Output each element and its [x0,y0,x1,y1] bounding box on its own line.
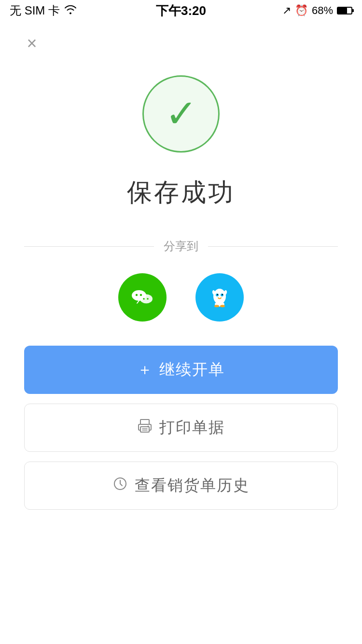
left-divider [24,246,154,247]
main-content: ✓ 保存成功 分享到 [0,56,362,644]
status-time: 下午3:20 [156,2,206,19]
svg-rect-17 [140,427,149,432]
history-label: 查看销货单历史 [135,475,250,496]
print-label: 打印单据 [159,417,225,438]
history-icon [112,476,128,495]
success-title: 保存成功 [127,176,235,210]
printer-icon [137,418,153,437]
share-section: 分享到 [24,238,338,322]
qq-icon [205,283,234,312]
svg-point-15 [220,305,225,308]
svg-point-5 [147,298,149,300]
close-btn-row: × [0,21,362,56]
success-circle: ✓ [142,75,220,153]
svg-point-2 [136,294,138,296]
status-left: 无 SIM 卡 [10,3,77,18]
right-divider [208,246,338,247]
checkmark-icon: ✓ [165,95,197,133]
wifi-icon [64,4,77,17]
continue-button[interactable]: ＋ 继续开单 [24,346,338,394]
svg-point-14 [214,305,219,308]
continue-label: 继续开单 [159,359,225,380]
svg-point-3 [140,294,142,296]
svg-point-4 [143,298,145,300]
svg-point-10 [217,294,218,295]
no-sim-label: 无 SIM 卡 [10,3,60,18]
share-label: 分享到 [164,238,198,254]
wechat-share-button[interactable] [118,273,167,322]
status-bar: 无 SIM 卡 下午3:20 ↗ ⏰ 68% [0,0,362,21]
alarm-icon: ⏰ [295,4,308,17]
close-icon: × [27,35,37,52]
print-button[interactable]: 打印单据 [24,404,338,452]
svg-point-11 [222,294,223,295]
qq-share-button[interactable] [195,273,244,322]
location-icon: ↗ [282,4,291,17]
status-right: ↗ ⏰ 68% [282,4,352,17]
svg-rect-16 [140,420,149,424]
battery-icon [337,7,352,14]
share-divider-row: 分享到 [24,238,338,254]
plus-icon: ＋ [137,359,153,380]
svg-point-1 [140,294,153,304]
share-icons-row [24,273,338,322]
history-button[interactable]: 查看销货单历史 [24,462,338,510]
close-button[interactable]: × [19,31,44,56]
action-buttons: ＋ 继续开单 打印单据 [24,346,338,529]
wechat-icon [128,283,157,312]
svg-point-20 [148,426,149,427]
battery-label: 68% [312,4,333,17]
